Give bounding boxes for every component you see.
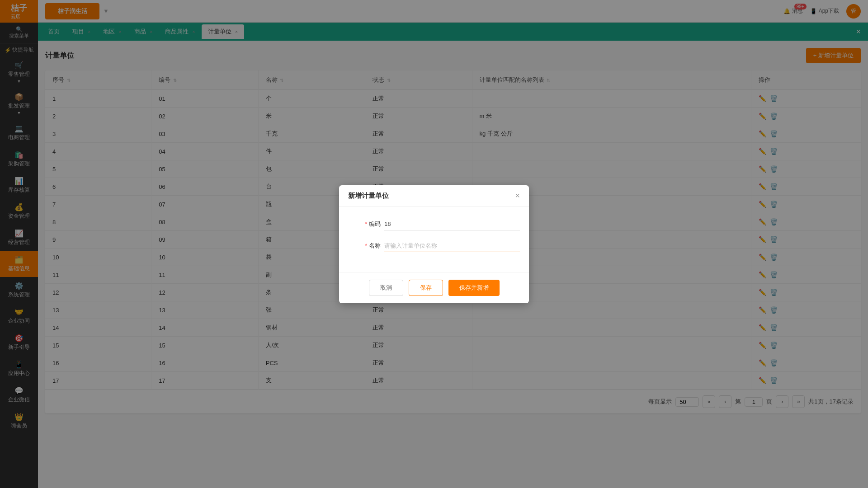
modal-footer: 取消 保存 保存并新增 xyxy=(339,272,529,303)
code-label: 编码 xyxy=(348,220,384,228)
form-row-name: 名称 xyxy=(348,239,520,252)
name-label: 名称 xyxy=(348,242,384,250)
modal-title: 新增计量单位 xyxy=(348,192,389,200)
modal-body: 编码 名称 xyxy=(339,207,529,272)
modal-close-button[interactable]: × xyxy=(515,192,520,200)
cancel-button[interactable]: 取消 xyxy=(369,280,403,296)
modal-header: 新增计量单位 × xyxy=(339,185,529,207)
add-unit-modal: 新增计量单位 × 编码 名称 取消 保存 保存并新增 xyxy=(339,185,529,303)
form-row-code: 编码 xyxy=(348,218,520,230)
name-input[interactable] xyxy=(384,239,520,252)
save-button[interactable]: 保存 xyxy=(409,280,443,296)
code-input[interactable] xyxy=(384,218,520,230)
save-and-new-button[interactable]: 保存并新增 xyxy=(448,280,500,296)
modal-overlay: 新增计量单位 × 编码 名称 取消 保存 保存并新增 xyxy=(0,0,868,488)
